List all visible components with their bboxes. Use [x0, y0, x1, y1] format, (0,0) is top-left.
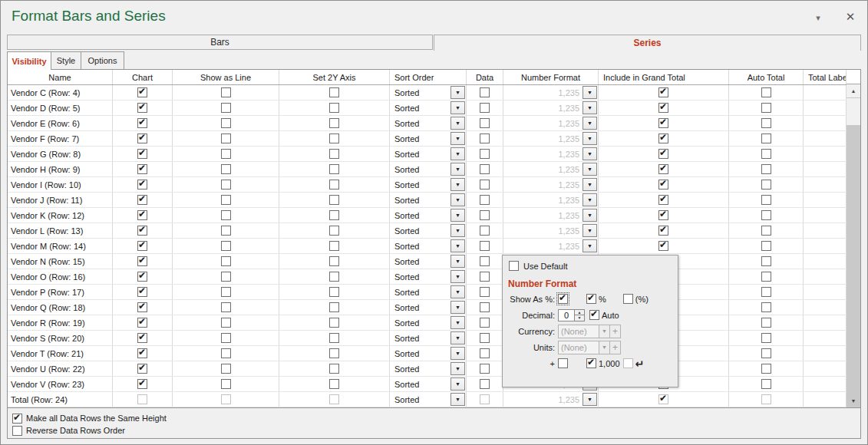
sort-order-dropdown-button[interactable]: ▼	[451, 301, 465, 314]
data-checkbox[interactable]	[480, 195, 490, 205]
table-row[interactable]: Vendor J (Row: 11)Sorted▼1,235▼	[8, 193, 847, 208]
sort-order-dropdown-button[interactable]: ▼	[451, 147, 465, 160]
table-row[interactable]: Vendor H (Row: 9)Sorted▼1,235▼	[8, 162, 847, 177]
show-as-line-checkbox[interactable]	[221, 134, 231, 143]
data-checkbox[interactable]	[480, 318, 490, 328]
number-format-dropdown-button[interactable]: ▼	[583, 193, 597, 206]
grand-total-checkbox[interactable]	[658, 241, 668, 251]
chart-checkbox[interactable]	[137, 164, 147, 174]
sort-order-dropdown-button[interactable]: ▼	[451, 270, 465, 283]
reverse-order-checkbox[interactable]	[12, 426, 22, 436]
chart-checkbox[interactable]	[137, 318, 147, 328]
close-icon[interactable]: ✕	[840, 8, 860, 25]
chart-checkbox[interactable]	[137, 118, 147, 128]
data-checkbox[interactable]	[480, 379, 490, 389]
auto-total-checkbox[interactable]	[761, 364, 771, 374]
decimal-stepper[interactable]: ▲ ▼	[575, 309, 585, 321]
number-format-dropdown-button[interactable]: ▼	[583, 117, 597, 130]
set-2y-axis-checkbox[interactable]	[329, 302, 339, 312]
sort-order-dropdown-button[interactable]: ▼	[451, 255, 465, 268]
show-as-line-checkbox[interactable]	[221, 394, 231, 404]
table-row[interactable]: Vendor E (Row: 6)Sorted▼1,235▼	[8, 116, 847, 131]
show-as-line-checkbox[interactable]	[221, 287, 231, 297]
auto-total-checkbox[interactable]	[761, 180, 771, 190]
show-as-line-checkbox[interactable]	[221, 164, 231, 174]
chart-checkbox[interactable]	[137, 210, 147, 220]
show-as-line-checkbox[interactable]	[221, 87, 231, 97]
table-row[interactable]: Vendor R (Row: 19)Sorted▼1,235▼	[8, 315, 847, 331]
table-row[interactable]: Vendor L (Row: 13)Sorted▼1,235▼	[8, 223, 847, 239]
column-header[interactable]: Number Format	[503, 70, 599, 84]
sort-order-dropdown-button[interactable]: ▼	[451, 393, 465, 406]
sort-order-dropdown-button[interactable]: ▼	[451, 285, 465, 298]
pct-paren-checkbox[interactable]	[623, 294, 633, 304]
set-2y-axis-checkbox[interactable]	[329, 348, 339, 358]
grand-total-checkbox[interactable]	[658, 210, 668, 220]
grand-total-checkbox[interactable]	[658, 134, 668, 143]
auto-total-checkbox[interactable]	[761, 348, 771, 358]
set-2y-axis-checkbox[interactable]	[329, 210, 339, 220]
sort-order-dropdown-button[interactable]: ▼	[451, 132, 465, 145]
data-checkbox[interactable]	[480, 180, 490, 190]
chart-checkbox[interactable]	[137, 103, 147, 113]
set-2y-axis-checkbox[interactable]	[329, 164, 339, 174]
number-format-dropdown-button[interactable]: ▼	[583, 239, 597, 252]
auto-total-checkbox[interactable]	[761, 302, 771, 312]
table-row[interactable]: Vendor C (Row: 4)Sorted▼1,235▼	[8, 85, 847, 101]
set-2y-axis-checkbox[interactable]	[329, 134, 339, 143]
show-as-line-checkbox[interactable]	[221, 379, 231, 389]
data-checkbox[interactable]	[480, 134, 490, 143]
table-row[interactable]: Vendor D (Row: 5)Sorted▼1,235▼	[8, 101, 847, 116]
table-row[interactable]: Vendor M (Row: 14)Sorted▼1,235▼	[8, 239, 847, 254]
column-header[interactable]: Include in Grand Total	[599, 70, 729, 84]
grand-total-checkbox[interactable]	[658, 149, 668, 159]
show-as-line-checkbox[interactable]	[221, 241, 231, 251]
set-2y-axis-checkbox[interactable]	[329, 256, 339, 266]
grand-total-checkbox[interactable]	[658, 180, 668, 190]
show-as-line-checkbox[interactable]	[221, 302, 231, 312]
use-default-checkbox[interactable]	[509, 261, 519, 271]
auto-total-checkbox[interactable]	[761, 87, 771, 97]
column-header[interactable]: Chart	[113, 70, 173, 84]
table-row[interactable]: Vendor F (Row: 7)Sorted▼1,235▼	[8, 131, 847, 147]
show-as-line-checkbox[interactable]	[221, 272, 231, 282]
number-format-dropdown-button[interactable]: ▼	[583, 132, 597, 145]
show-as-line-checkbox[interactable]	[221, 180, 231, 190]
show-as-line-checkbox[interactable]	[221, 103, 231, 113]
sort-order-dropdown-button[interactable]: ▼	[451, 347, 465, 360]
sort-order-dropdown-button[interactable]: ▼	[451, 193, 465, 206]
data-checkbox[interactable]	[480, 333, 490, 343]
data-checkbox[interactable]	[480, 348, 490, 358]
column-header[interactable]: Sort Order	[390, 70, 467, 84]
table-row[interactable]: Vendor S (Row: 20)Sorted▼1,235▼	[8, 331, 847, 346]
column-header[interactable]: Name	[8, 70, 113, 84]
table-row[interactable]: Vendor N (Row: 15)Sorted▼1,235▼	[8, 254, 847, 269]
auto-total-checkbox[interactable]	[761, 287, 771, 297]
auto-total-checkbox[interactable]	[761, 272, 771, 282]
sort-order-dropdown-button[interactable]: ▼	[451, 331, 465, 344]
auto-total-checkbox[interactable]	[761, 149, 771, 159]
vertical-scrollbar[interactable]: ▲ ▼	[847, 70, 860, 407]
show-as-line-checkbox[interactable]	[221, 149, 231, 159]
chart-checkbox[interactable]	[137, 195, 147, 205]
data-checkbox[interactable]	[480, 210, 490, 220]
scrollbar-thumb[interactable]	[847, 98, 860, 125]
grand-total-checkbox[interactable]	[658, 226, 668, 236]
number-format-dropdown-button[interactable]: ▼	[583, 224, 597, 237]
grand-total-checkbox[interactable]	[658, 87, 668, 97]
sort-order-dropdown-button[interactable]: ▼	[451, 163, 465, 176]
auto-total-checkbox[interactable]	[761, 134, 771, 143]
sort-order-dropdown-button[interactable]: ▼	[451, 101, 465, 114]
same-height-checkbox[interactable]	[12, 414, 22, 424]
auto-total-checkbox[interactable]	[761, 318, 771, 328]
subtab-style[interactable]: Style	[51, 51, 81, 70]
plus-sign-checkbox[interactable]	[558, 358, 568, 368]
show-as-pct-checkbox[interactable]	[558, 294, 568, 304]
show-as-line-checkbox[interactable]	[221, 318, 231, 328]
grand-total-checkbox[interactable]	[658, 195, 668, 205]
set-2y-axis-checkbox[interactable]	[329, 180, 339, 190]
chart-checkbox[interactable]	[137, 134, 147, 143]
number-format-dropdown-button[interactable]: ▼	[583, 163, 597, 176]
spinner-up-icon[interactable]: ▲	[575, 309, 585, 316]
data-checkbox[interactable]	[480, 87, 490, 97]
